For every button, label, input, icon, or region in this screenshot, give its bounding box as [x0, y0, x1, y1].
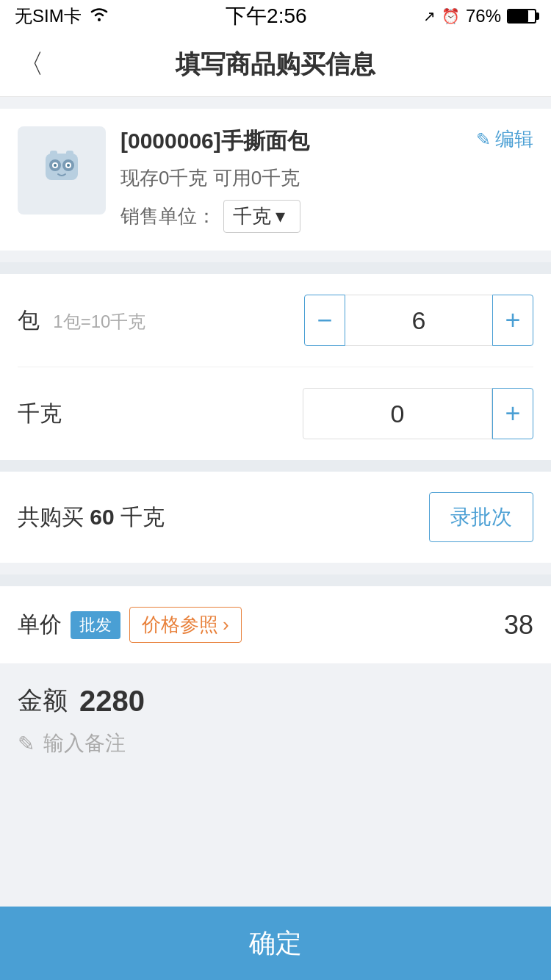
product-unit-row: 销售单位： 千克 ▾: [120, 200, 533, 233]
svg-rect-8: [50, 151, 57, 156]
wifi-icon: [89, 6, 109, 26]
unit-select[interactable]: 千克 ▾: [223, 200, 300, 233]
batch-button[interactable]: 录批次: [429, 492, 533, 542]
kg-row: 千克 +: [18, 367, 533, 460]
product-card: [0000006]手撕面包 现存0千克 可用0千克 销售单位： 千克 ▾ ✎ 编…: [0, 109, 551, 251]
total-text: 共购买 60 千克: [18, 502, 165, 533]
confirm-label: 确定: [249, 926, 302, 962]
status-time: 下午2:56: [226, 2, 307, 30]
section-separator: [0, 262, 551, 274]
price-ref-label: 价格参照: [142, 612, 218, 638]
price-ref-arrow-icon: ›: [223, 613, 229, 636]
amount-label: 金额: [18, 684, 68, 718]
bao-row: 包 1包=10千克 − +: [18, 274, 533, 367]
status-right: ↗ ⏰ 76%: [423, 6, 536, 26]
price-reference-button[interactable]: 价格参照 ›: [129, 607, 242, 643]
kg-label: 千克: [18, 399, 303, 429]
amount-section: 金额 2280 ✎ 输入备注: [0, 663, 551, 769]
remark-placeholder: 输入备注: [43, 729, 126, 757]
edit-icon: ✎: [476, 129, 491, 150]
kg-input[interactable]: [303, 388, 492, 439]
back-button[interactable]: 〈: [18, 46, 44, 82]
status-bar: 无SIM卡 下午2:56 ↗ ⏰ 76%: [0, 0, 551, 32]
svg-rect-9: [66, 151, 73, 156]
remark-row[interactable]: ✎ 输入备注: [18, 729, 533, 757]
bao-label: 包 1包=10千克: [18, 306, 304, 336]
unit-label: 销售单位：: [120, 203, 216, 229]
bao-qty-control: − +: [304, 295, 533, 346]
bao-input[interactable]: [345, 295, 492, 346]
total-section: 共购买 60 千克 录批次: [0, 472, 551, 563]
svg-point-0: [98, 18, 101, 21]
bao-sub: 1包=10千克: [53, 311, 145, 331]
dropdown-arrow-icon: ▾: [276, 205, 285, 228]
product-thumbnail: [18, 126, 106, 215]
total-amount: 60: [90, 505, 114, 529]
unit-value: 千克: [233, 203, 271, 229]
status-left: 无SIM卡: [15, 4, 109, 28]
svg-point-7: [67, 164, 70, 167]
product-info: [0000006]手撕面包 现存0千克 可用0千克 销售单位： 千克 ▾: [120, 126, 533, 233]
price-label: 单价: [18, 610, 62, 640]
quantity-section: 包 1包=10千克 − + 千克 +: [0, 274, 551, 460]
amount-row: 金额 2280: [18, 684, 533, 718]
location-icon: ↗: [423, 7, 436, 25]
price-tag: 批发: [71, 611, 120, 639]
amount-value: 2280: [79, 685, 145, 718]
battery-icon: [507, 9, 536, 24]
product-name: [0000006]手撕面包: [120, 126, 533, 156]
carrier-text: 无SIM卡: [15, 4, 82, 28]
price-section: 单价 批发 价格参照 › 38: [0, 586, 551, 663]
bao-decrement-button[interactable]: −: [304, 295, 345, 346]
battery-percent: 76%: [466, 6, 501, 26]
edit-button[interactable]: ✎ 编辑: [476, 126, 533, 152]
page-title: 填写商品购买信息: [176, 48, 375, 82]
bao-increment-button[interactable]: +: [492, 295, 533, 346]
kg-increment-button[interactable]: +: [492, 388, 533, 439]
alarm-icon: ⏰: [442, 7, 460, 25]
nav-bar: 〈 填写商品购买信息: [0, 32, 551, 97]
product-stock: 现存0千克 可用0千克: [120, 165, 533, 191]
section-separator-3: [0, 574, 551, 586]
edit-label: 编辑: [495, 126, 533, 152]
confirm-button[interactable]: 确定: [0, 907, 551, 980]
section-separator-2: [0, 460, 551, 472]
price-value: 38: [504, 610, 533, 641]
remark-icon: ✎: [18, 732, 35, 756]
kg-qty-control: +: [303, 388, 533, 439]
product-logo-icon: [40, 145, 84, 197]
svg-point-6: [54, 164, 57, 167]
